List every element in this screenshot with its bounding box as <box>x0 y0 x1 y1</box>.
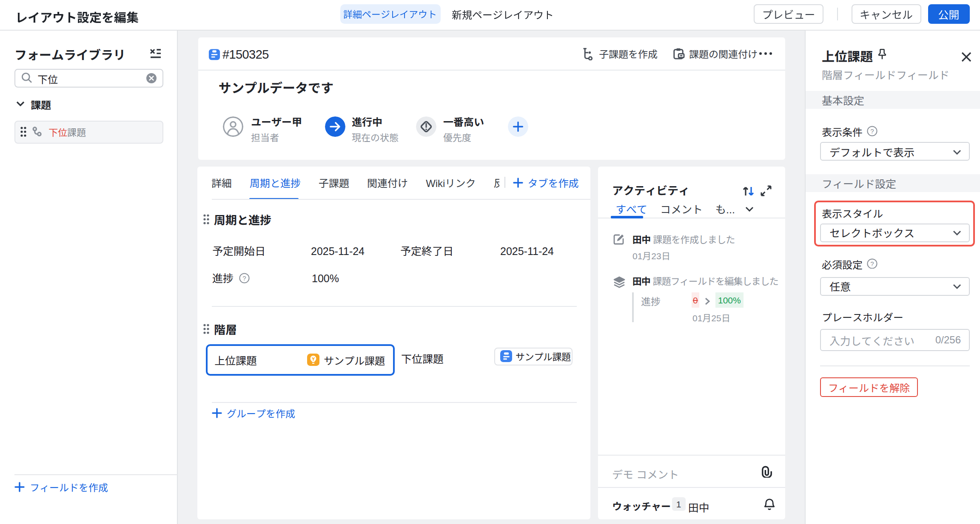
svg-text:?: ? <box>243 275 246 282</box>
svg-text:?: ? <box>870 127 874 135</box>
svg-text:?: ? <box>870 260 874 267</box>
